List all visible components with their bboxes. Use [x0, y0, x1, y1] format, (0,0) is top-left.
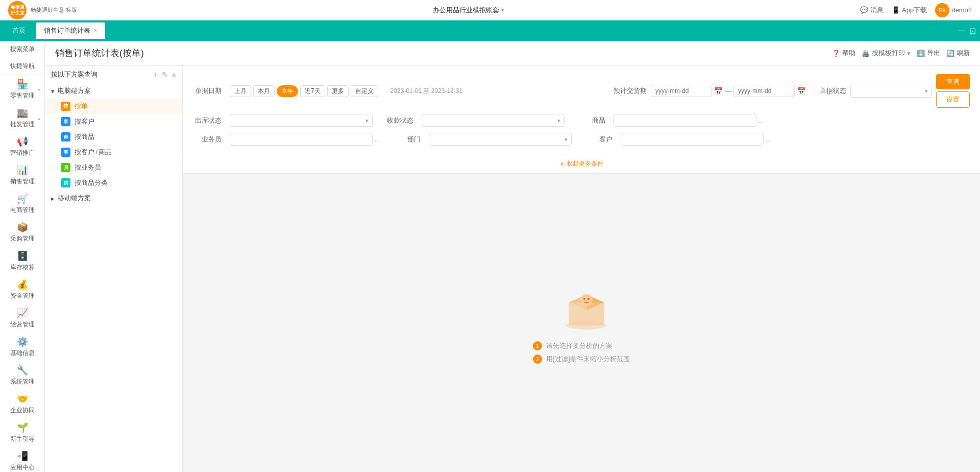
scheme-item-按商品分类[interactable]: 类 按商品分类: [45, 175, 182, 191]
avatar-text: Ea: [939, 7, 946, 13]
date-buttons: 上月 本月 本年 近7天 更多 自定义: [230, 85, 378, 97]
apps-icon: 📲: [17, 451, 28, 462]
customer-label: 客户: [584, 135, 612, 144]
sidebar-item-retail[interactable]: 🏪 零售管理 ▾: [0, 75, 44, 104]
sidebar-item-finance[interactable]: 💰 资金管理: [0, 275, 44, 304]
tab-home-label: 首页: [12, 26, 26, 35]
scheme-item-按单[interactable]: 按 按单: [45, 99, 182, 114]
user-avatar-btn[interactable]: Ea demo2: [935, 3, 972, 17]
expected-date-end[interactable]: [733, 85, 795, 97]
date-btn-more[interactable]: 更多: [327, 85, 349, 97]
export-icon: ⬇️: [917, 50, 925, 57]
sidebar-item-cooperation-label: 企业协同: [10, 406, 35, 415]
scheme-item-label-按商品分类: 按商品分类: [75, 178, 108, 187]
svg-point-6: [583, 298, 585, 300]
delivery-status-select[interactable]: [230, 114, 373, 127]
sidebar-item-ecommerce-label: 电商管理: [10, 206, 35, 215]
customer-more-icon[interactable]: ...: [766, 136, 771, 143]
app-download-btn[interactable]: 📱 App下载: [892, 6, 927, 15]
date-btn-this-month[interactable]: 本月: [253, 85, 275, 97]
chevron-down-icon[interactable]: ▾: [501, 7, 504, 13]
sidebar-item-purchase[interactable]: 📦 采购管理: [0, 218, 44, 247]
sidebar-quick-nav[interactable]: 快捷导航: [0, 58, 44, 75]
tab-sales-stats[interactable]: 销售订单统计表 ×: [36, 22, 105, 39]
sidebar-item-wholesale[interactable]: 🏬 批发管理 ▴: [0, 104, 44, 132]
status-select[interactable]: [850, 85, 932, 98]
mobile-group-expand-icon: ▸: [51, 195, 55, 202]
customer-input[interactable]: [621, 133, 764, 146]
receipt-status-select[interactable]: [422, 114, 565, 127]
calendar-start-icon[interactable]: 📅: [714, 87, 723, 95]
salesperson-more-icon[interactable]: ...: [375, 136, 380, 143]
setting-btn[interactable]: 设置: [936, 91, 970, 108]
scheme-item-按客户商品[interactable]: 客 按客户+商品: [45, 145, 182, 160]
calendar-end-icon[interactable]: 📅: [797, 87, 805, 95]
scheme-group-title-mobile[interactable]: ▸ 移动端方案: [45, 191, 182, 206]
date-btn-last-7[interactable]: 近7天: [300, 85, 325, 97]
department-select[interactable]: [429, 133, 572, 146]
sidebar-item-ecommerce[interactable]: 🛒 电商管理: [0, 190, 44, 218]
scheme-item-label-按商品: 按商品: [75, 132, 94, 141]
sidebar-item-apps[interactable]: 📲 应用中心: [0, 447, 44, 472]
sidebar-search-menu[interactable]: 搜索菜单: [0, 41, 44, 58]
salesperson-label: 业务员: [193, 135, 222, 144]
scheme-item-按客户[interactable]: 客 按客户: [45, 114, 182, 129]
finance-icon: 💰: [17, 279, 28, 290]
tab-close-icon[interactable]: ×: [93, 27, 97, 34]
sidebar-item-basic[interactable]: ⚙️ 基础信息: [0, 333, 44, 361]
scheme-item-icon-按客户商品: 客: [61, 148, 70, 157]
scheme-item-label-按业务员: 按业务员: [75, 163, 101, 172]
wholesale-icon: 🏬: [17, 107, 28, 119]
sales-icon: 📊: [17, 164, 28, 176]
date-sep: —: [725, 87, 731, 95]
empty-state: 1 请先选择要分析的方案 2 用[过滤]条件来缩小分析范围: [533, 282, 629, 364]
sidebar-item-system-label: 系统管理: [10, 377, 35, 386]
sidebar-item-operations-label: 经营管理: [10, 320, 35, 329]
sidebar-item-newbie[interactable]: 🌱 新手引导: [0, 418, 44, 447]
template-print-label: 按模板打印: [872, 49, 905, 58]
tab-home[interactable]: 首页: [4, 22, 34, 39]
message-btn[interactable]: 💬 消息: [860, 6, 884, 15]
sidebar-item-system[interactable]: 🔧 系统管理: [0, 361, 44, 390]
sidebar-item-cooperation[interactable]: 🤝 企业协同: [0, 390, 44, 418]
scheme-panel: 按以下方案查询 + ✎ « ▾ 电脑端方案 按 按单: [45, 66, 183, 472]
receipt-status-label: 收款状态: [385, 116, 413, 125]
sidebar-item-inventory-label: 库存核算: [10, 263, 35, 272]
company-selector[interactable]: 办公用品行业模拟账套 ▾: [433, 6, 504, 15]
salesperson-input[interactable]: [230, 133, 373, 146]
search-menu-label: 搜索菜单: [10, 45, 35, 54]
scheme-group-title-pc[interactable]: ▾ 电脑端方案: [45, 83, 182, 99]
refresh-btn[interactable]: 🔄 刷新: [946, 49, 970, 58]
department-label: 部门: [392, 135, 421, 144]
expected-date-start[interactable]: [651, 85, 712, 97]
department-wrapper: [429, 133, 572, 146]
help-icon: ❓: [832, 50, 840, 57]
template-print-btn[interactable]: 🖨️ 按模板打印 ▾: [862, 49, 911, 58]
date-btn-last-month[interactable]: 上月: [230, 85, 251, 97]
collapse-scheme-icon[interactable]: «: [172, 70, 176, 79]
goods-input[interactable]: [614, 114, 756, 127]
help-btn[interactable]: ❓ 帮助: [832, 49, 855, 58]
delivery-status-wrapper: [230, 114, 373, 127]
scheme-item-按业务员[interactable]: 员 按业务员: [45, 160, 182, 175]
user-name: demo2: [951, 6, 972, 14]
collapse-conditions-btn[interactable]: ∧ 收起更多条件: [560, 157, 603, 170]
scheme-header: 按以下方案查询 + ✎ «: [45, 66, 182, 83]
search-btn[interactable]: 查询: [936, 74, 970, 89]
goods-more-icon[interactable]: ...: [758, 117, 764, 124]
sidebar-item-marketing[interactable]: 📢 营销推广: [0, 132, 44, 161]
scheme-item-label-按单: 按单: [75, 102, 88, 111]
date-btn-custom[interactable]: 自定义: [351, 85, 378, 97]
date-btn-this-year[interactable]: 本年: [277, 85, 298, 97]
scheme-item-label-按客户: 按客户: [75, 117, 94, 126]
sidebar-item-sales[interactable]: 📊 销售管理: [0, 161, 44, 190]
sidebar-item-inventory[interactable]: 🗄️ 库存核算: [0, 247, 44, 275]
sidebar-item-operations[interactable]: 📈 经营管理: [0, 304, 44, 333]
export-btn[interactable]: ⬇️ 导出: [917, 49, 940, 58]
edit-scheme-icon[interactable]: ✎: [162, 70, 168, 79]
minimize-icon[interactable]: —: [957, 26, 965, 36]
app-icon: 📱: [892, 6, 900, 14]
add-scheme-icon[interactable]: +: [154, 70, 158, 79]
scheme-item-按商品[interactable]: 商 按商品: [45, 129, 182, 145]
maximize-icon[interactable]: ⊡: [969, 26, 976, 36]
